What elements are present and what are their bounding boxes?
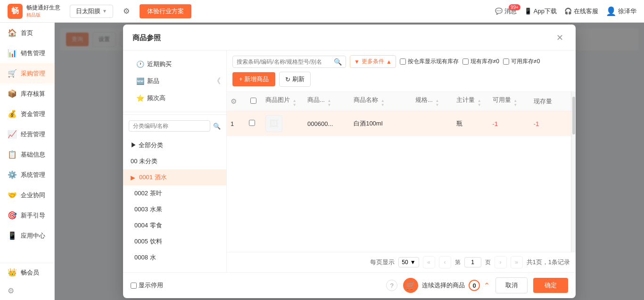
settings-icon[interactable]: ⚙ [119,4,134,19]
modal-footer: 显示停用 ? 🛒 连续选择的商品 0 ⌃ 取消 确定 [123,272,576,298]
th-spec[interactable]: 规格... ▲▼ [412,92,453,111]
next-page-button[interactable]: › [495,256,507,268]
product-image: 🖼 [265,115,282,132]
prev-page-button[interactable]: ‹ [439,256,451,268]
category-search-input[interactable] [129,120,210,132]
show-disabled-checkbox[interactable] [131,283,137,289]
th-unit[interactable]: 主计量 ▲▼ [453,92,488,111]
nonzero-stock-checkbox[interactable] [462,58,469,65]
row-stock: -1 [530,111,571,136]
cat-item-0010[interactable]: 0010 家电 [123,266,226,267]
left-panel-collapse-btn[interactable]: 《 [209,76,221,86]
store-arrow-icon: ▼ [102,8,107,14]
sidebar-item-inventory[interactable]: 📦 库存核算 [0,83,54,104]
left-divider [123,114,226,115]
new-icon: 🆕 [136,77,144,85]
vertical-scrollbar[interactable] [571,92,576,252]
modal-left-panel: 🕐 近期购买 🆕 新品 ⭐ 频次高 [123,50,227,272]
cancel-button[interactable]: 取消 [495,277,528,293]
sidebar-item-apps[interactable]: 📱 应用中心 [0,225,54,246]
store-selector[interactable]: 日太阳膜 ▼ [70,5,113,18]
sidebar-item-purchase[interactable]: 🛒 采购管理 [0,63,54,83]
refresh-button[interactable]: ↻ 刷新 [279,72,311,87]
image-placeholder: 🖼 [269,118,279,129]
checkbox-nonzero-stock[interactable]: 现有库存≠0 [462,58,499,66]
table-scroll[interactable]: ⚙ 商品图片 ▲▼ [227,92,571,252]
app-download-button[interactable]: 📱 App下载 [524,7,557,16]
table-row[interactable]: 1 🖼 [227,111,571,136]
messages-button[interactable]: 💬 消息 99+ [495,7,517,16]
modal-close-button[interactable]: ✕ [553,31,566,44]
help-icon[interactable]: ? [386,280,397,291]
th-available-qty[interactable]: 可用量 ▲▼ [489,92,530,111]
sidebar-item-sales[interactable]: 📊 销售管理 [0,43,54,63]
search-submit-icon[interactable]: 🔍 [334,58,342,66]
cart-icon[interactable]: 🛒 [403,278,418,293]
th-checkbox [245,92,262,111]
recent-purchase-item[interactable]: 🕐 近期购买 [129,56,206,72]
th-stock-qty[interactable]: 现存量 [530,92,571,111]
sidebar-item-home[interactable]: 🏠 首页 [0,23,54,43]
user-menu[interactable]: 👤 徐泽华 [606,6,636,17]
scrollbar-thumb [572,97,575,134]
page-number-input[interactable] [464,257,481,267]
row-avail: -1 [489,111,530,136]
purchase-icon: 🛒 [8,69,17,78]
cat-item-0001[interactable]: ▶ 0001 酒水 [123,169,226,185]
show-stock-checkbox[interactable] [400,58,406,65]
th-product-name[interactable]: 商品名称 ▲▼ [350,92,412,111]
row-select-checkbox[interactable] [249,120,255,126]
checkbox-show-stock[interactable]: 按仓库显示现有库存 [400,58,459,66]
row-checkbox [245,111,262,136]
cat-item-0004[interactable]: 0004 零食 [123,217,226,233]
product-reference-modal: 商品参照 ✕ 🕐 近期购买 [123,25,576,298]
avail-stock-checkbox[interactable] [503,58,509,65]
select-all-checkbox[interactable] [250,98,256,104]
message-badge: 99+ [509,4,520,10]
cat-item-0008[interactable]: 0008 水 [123,250,226,266]
category-list: ▶ 全部分类 00 未分类 ▶ 0001 酒水 0002 茶叶 [123,135,226,267]
sidebar-item-finance[interactable]: 💰 资金管理 [0,104,54,124]
trial-button[interactable]: 体验行业方案 [140,4,191,18]
sidebar-item-guide[interactable]: 🎯 新手引导 [0,205,54,225]
sidebar-item-settings-bottom[interactable]: ⚙ [0,282,54,300]
page-size-label: 每页显示 [370,258,395,267]
checkbox-avail-stock[interactable]: 可用库存≠0 [503,58,540,66]
online-service-button[interactable]: 🎧 在线客服 [564,7,598,16]
th-settings: ⚙ [227,92,245,111]
show-disabled-wrap[interactable]: 显示停用 [131,281,163,290]
sidebar-item-member[interactable]: 👑 畅会员 [0,263,54,282]
th-product-code[interactable]: 商品... ▲▼ [304,92,350,111]
th-product-image[interactable]: 商品图片 ▲▼ [262,92,304,111]
gear-icon[interactable]: ⚙ [231,97,237,105]
confirm-button[interactable]: 确定 [533,278,568,293]
first-page-button[interactable]: « [423,256,435,268]
new-items-item[interactable]: 🆕 新品 [129,73,206,89]
sidebar-item-basic-info[interactable]: 📋 基础信息 [0,144,54,165]
cat-item-0003[interactable]: 0003 水果 [123,201,226,217]
category-search-icon[interactable]: 🔍 [213,123,221,130]
cat-item-0002[interactable]: 0002 茶叶 [123,185,226,201]
top-nav: 畅 畅捷通好生意 精品版 日太阳膜 ▼ ⚙ 体验行业方案 💬 消息 99+ 📱 … [0,0,644,23]
filter-button[interactable]: ▼ 更多条件 ▲ [350,55,396,68]
sidebar-item-enterprise[interactable]: 🤝 企业协同 [0,185,54,205]
cart-label: 连续选择的商品 [422,281,465,290]
last-page-button[interactable]: » [511,256,523,268]
cart-collapse-icon[interactable]: ⌃ [484,281,490,290]
modal-header: 商品参照 ✕ [123,25,576,50]
cat-item-0005[interactable]: 0005 饮料 [123,233,226,250]
sidebar-item-operations[interactable]: 📈 经营管理 [0,124,54,144]
add-product-button[interactable]: + 新增商品 [232,72,275,86]
page-size-select[interactable]: 50 ▼ [398,257,419,267]
cat-item-00[interactable]: 00 未分类 [123,153,226,169]
finance-icon: 💰 [8,109,17,118]
logo-icon: 畅 [8,4,23,19]
modal-overlay: 商品参照 ✕ 🕐 近期购买 [55,23,644,300]
product-search-input[interactable] [237,58,331,65]
modal-left-quick-access: 🕐 近期购买 🆕 新品 ⭐ 频次高 [123,56,226,112]
inventory-icon: 📦 [8,89,17,98]
frequent-items-item[interactable]: ⭐ 频次高 [129,90,206,106]
cat-item-all[interactable]: ▶ 全部分类 [123,137,226,153]
sidebar-item-system[interactable]: ⚙️ 系统管理 [0,165,54,185]
logo-text: 畅捷通好生意 精品版 [26,4,60,18]
